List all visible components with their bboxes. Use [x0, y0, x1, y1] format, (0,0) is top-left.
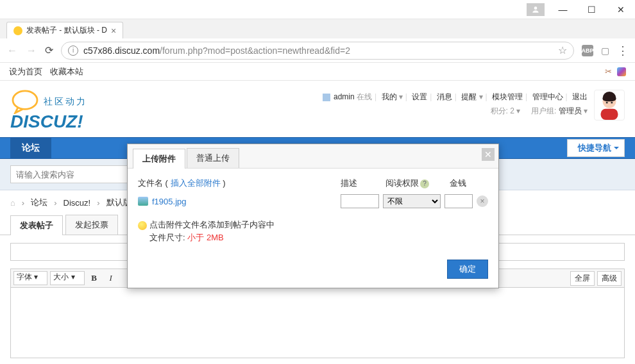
editor-textarea[interactable]	[10, 288, 625, 358]
user-links: admin 在线| 我的 ▾| 设置| 消息| 提醒 ▾| 模块管理| 管理中心…	[323, 90, 588, 118]
logo-tagline: 社区动力	[44, 96, 87, 108]
reload-button[interactable]: ⟳	[45, 44, 53, 56]
dialog-column-headers: 文件名 ( 插入全部附件 ) 描述 阅读权限? 金钱	[138, 178, 488, 189]
site-info-icon[interactable]: i	[68, 46, 78, 56]
bulb-icon	[138, 221, 147, 230]
browser-tab[interactable]: 发表帖子 - 默认版块 - D ×	[6, 22, 123, 38]
os-user-icon[interactable]	[527, 3, 545, 16]
image-file-icon	[138, 197, 148, 206]
minimize-button[interactable]: —	[548, 0, 577, 19]
forward-button[interactable]: →	[26, 45, 37, 56]
upload-dialog: 上传附件 普通上传 ✕ 文件名 ( 插入全部附件 ) 描述 阅读权限? 金钱 f…	[127, 144, 499, 288]
home-icon[interactable]: ⌂	[10, 198, 15, 208]
bookmark-bar: 设为首页 收藏本站 ✂	[0, 63, 635, 81]
username-link[interactable]: admin	[334, 92, 355, 101]
tab-new-post[interactable]: 发表帖子	[10, 215, 63, 235]
favicon-icon	[13, 26, 22, 35]
desc-input[interactable]	[341, 194, 379, 208]
abp-extension-icon[interactable]: ABP	[582, 45, 593, 56]
toolbar-icon-2[interactable]	[617, 67, 626, 76]
toolbar-icon-1[interactable]: ✂	[605, 67, 612, 76]
extension-icon[interactable]: ▢	[601, 46, 609, 56]
insert-all-link[interactable]: 插入全部附件	[171, 178, 221, 188]
favorite-link[interactable]: 收藏本站	[50, 66, 83, 78]
svg-point-3	[606, 102, 608, 104]
attachment-name-link[interactable]: f1905.jpg	[152, 197, 337, 206]
user-status-icon	[323, 94, 330, 101]
attachment-row: f1905.jpg 不限 ×	[138, 194, 488, 208]
fullscreen-button[interactable]: 全屏	[570, 271, 595, 286]
money-input[interactable]	[444, 194, 473, 208]
logo-brand: DISCUZ!	[10, 112, 87, 132]
dialog-close-button[interactable]: ✕	[482, 148, 495, 161]
hint-text: 点击附件文件名添加到帖子内容中 文件尺寸: 小于 2MB	[138, 219, 488, 244]
dialog-tab-normal[interactable]: 普通上传	[187, 148, 239, 168]
close-window-button[interactable]: ✕	[606, 0, 635, 19]
avatar[interactable]	[594, 90, 625, 120]
messages-link[interactable]: 消息	[437, 92, 452, 101]
usergroup-link[interactable]: 管理员	[559, 106, 582, 115]
tab-new-vote[interactable]: 发起投票	[65, 215, 118, 235]
logo-bubble-icon	[10, 90, 40, 114]
delete-attachment-icon[interactable]: ×	[477, 195, 488, 207]
logout-link[interactable]: 退出	[572, 92, 588, 101]
svg-point-0	[534, 6, 538, 10]
site-header: 社区动力 DISCUZ! admin 在线| 我的 ▾| 设置| 消息| 提醒 …	[0, 81, 635, 137]
dialog-tab-upload[interactable]: 上传附件	[133, 149, 185, 169]
url-text: c57x86.discuz.com/forum.php?mod=post&act…	[83, 46, 553, 56]
back-button[interactable]: ←	[6, 45, 18, 56]
nav-forum[interactable]: 论坛	[10, 137, 51, 159]
quick-nav-button[interactable]: 快捷导航	[567, 139, 625, 157]
module-manage-link[interactable]: 模块管理	[492, 92, 523, 101]
permission-select[interactable]: 不限	[383, 194, 441, 208]
svg-point-1	[13, 91, 37, 110]
svg-point-4	[611, 102, 613, 104]
crumb-forum[interactable]: 论坛	[31, 197, 47, 208]
bold-button[interactable]: B	[87, 271, 101, 285]
font-select[interactable]: 字体 ▾	[13, 271, 47, 285]
browser-tabstrip: 发表帖子 - 默认版块 - D ×	[0, 19, 635, 38]
advanced-button[interactable]: 高级	[597, 271, 622, 286]
admin-center-link[interactable]: 管理中心	[532, 92, 563, 101]
settings-link[interactable]: 设置	[412, 92, 427, 101]
address-bar: ← → ⟳ i c57x86.discuz.com/forum.php?mod=…	[0, 38, 635, 63]
reminders-link[interactable]: 提醒	[461, 92, 477, 101]
help-icon[interactable]: ?	[420, 179, 429, 188]
tab-close-icon[interactable]: ×	[111, 26, 116, 36]
italic-button[interactable]: I	[104, 271, 118, 285]
browser-menu-icon[interactable]: ⋮	[617, 44, 629, 58]
set-home-link[interactable]: 设为首页	[9, 66, 42, 78]
bookmark-star-icon[interactable]: ☆	[558, 44, 567, 56]
url-input[interactable]: i c57x86.discuz.com/forum.php?mod=post&a…	[61, 42, 574, 60]
ok-button[interactable]: 确定	[447, 260, 488, 279]
site-logo[interactable]: 社区动力 DISCUZ!	[10, 90, 87, 132]
tab-title: 发表帖子 - 默认版块 - D	[26, 25, 107, 36]
maximize-button[interactable]: ☐	[577, 0, 606, 19]
size-select[interactable]: 大小 ▾	[50, 271, 84, 285]
window-titlebar: — ☐ ✕	[0, 0, 635, 19]
svg-rect-5	[601, 109, 618, 120]
crumb-discuz[interactable]: Discuz!	[64, 198, 91, 208]
my-link[interactable]: 我的	[382, 92, 397, 101]
